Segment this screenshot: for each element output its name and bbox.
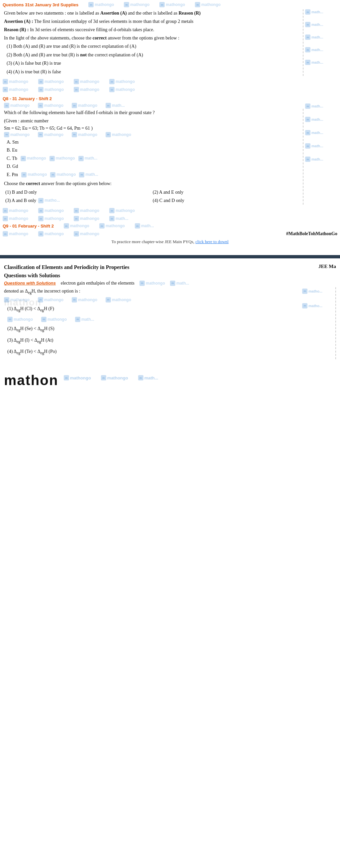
rwm1: mmath... [305,9,340,14]
mathon-overlay-wm: mmathongo mmathongo mmath... [64,375,159,380]
wm-logo-m3: m [74,79,79,84]
q8-rwm4: mmath... [305,143,340,149]
download-link[interactable]: click here to downl [195,239,228,244]
wm-logo-m2: m [38,79,44,84]
q8-atomic-row: Sm = 62; Eu = 63; Tb = 65; Gd = 64, Pm =… [4,126,300,131]
b-rwm1: mmatho... [302,288,339,294]
bottom-section: Classification of Elements and Periodici… [0,258,340,561]
wm-logo-m1: m [3,79,8,84]
bwm-r1a-logo: m [4,297,9,303]
q8-wm-logo4: m [106,103,111,108]
q-denoted-text: denoted as ΔegH, the incorrect option is… [4,287,301,296]
q9-wm-r3: mmathongo [74,231,99,237]
q8-wm-e2-logo: m [50,172,55,178]
wm-row-mid2: mmathongo mmathongo mmathongo mmathongo [0,86,340,94]
q8-main-text: Which of the following elements have hal… [4,109,300,117]
wm-aq8-3: mmathongo [74,208,99,213]
wm-aq8b-4-logo: m [109,216,115,221]
mathon-brand-area: mathon mmathongo mmathongo mmath... [4,372,336,389]
mathon-wm2: mmathongo [101,375,128,380]
q8-wm-r2d: mmathongo [106,132,131,137]
page-wrapper: Questions 31st January 3rd Supplies mmat… [0,0,340,561]
right-wm-col: mmath... mmath... mmath... mmath... mmat… [305,8,340,65]
q9-header-row: Q9 - 01 February - Shift 2 mmathongo mma… [0,222,340,230]
q8-atomic-values: Sm = 62; Eu = 63; Tb = 65; Gd = 64, Pm =… [4,126,93,131]
b-opt1: (1) ΔegH (Cl) < ΔegH (F) [7,305,301,314]
bwm-r1d-logo: m [106,297,111,303]
rwm-logo5: m [305,60,310,65]
q8-rwm-logo5: m [305,157,310,162]
q-text-container: denoted as ΔegH, the incorrect option is… [4,287,301,296]
wm-logo-m4: m [109,79,115,84]
q8-optD: D. Gd [7,162,300,171]
page-title-right: JEE Ma [318,264,336,269]
bwm1-logo: m [139,281,145,286]
q7-opt3: (3) (A) is false but (R) is true [7,59,300,68]
q8-element-opts: A. Sm B. Eu C. Tb mmathongo mmathongo mm… [4,138,300,179]
q8-wm-logo3: m [72,103,77,108]
wm-m3: mmathongo [74,79,99,84]
bwm-r1c: mmathongo [72,297,97,303]
q8-wm3: mmathongo [72,103,97,108]
bottom-options: (1) ΔegH (Cl) < ΔegH (F) mmathongo mmath… [4,304,301,360]
bottom-q-inner: mathon denoted as ΔegH, the incorrect op… [4,287,336,360]
rwm2: mmath... [305,22,340,27]
wm-aq8-4-logo: m [109,208,115,213]
bwm-r1d: mmathongo [106,297,131,303]
wm-m8: mmathongo [109,87,135,92]
mathon-wm3-logo: m [138,375,143,380]
mathon-wm3: mmath... [138,375,159,380]
q9-wm3: mmath... [135,223,154,228]
wm-logo-m6: m [38,87,44,92]
q8-rwm-logo2: m [305,117,310,122]
q7-content: mmath... mmath... mmath... mmath... mmat… [0,8,340,78]
b-opt3: (3) ΔegH (I) < ΔegH (At) [7,336,301,345]
q8-optE-row: E. Pm mmathongo mmathongo mmath... [7,171,300,179]
q8-rwm-logo1: m [305,103,310,109]
q8-rwm1: mmath... [305,103,340,109]
hashtag-text: #MathBoleTohMathonGo [286,231,337,237]
q8-optB: B. Eu [7,146,300,155]
q7-header-label: Questions 31st January 3rd Supplies [3,2,78,7]
q8-wm-ans3: mmatho... [38,197,60,204]
wm-aq8b-4: mmath... [109,216,129,221]
q8-wm-e2: mmathongo [50,171,76,178]
q8-wm-c3-logo: m [78,156,84,161]
download-text: To practice more chapter-wise JEE Main P… [112,239,195,244]
wm-m1: mmathongo [3,79,28,84]
wm-aq8-1: mmathongo [3,208,28,213]
q8-content: mmath... mmath... mmath... mmath... mmat… [0,102,340,206]
wm-aq8b-1-logo: m [3,216,8,221]
q8-header-row: Q8 - 31 January - Shift 2 [0,94,340,102]
q7-intro-text: Given below are two statements : one is … [4,9,300,17]
q8-ans1-row: (1) B and D only [5,188,153,197]
download-row: To practice more chapter-wise JEE Main P… [0,238,340,248]
wm-aq8-2-logo: m [38,208,44,213]
q8-wm-r2a-logo: m [4,132,9,137]
q7-choose-text: In the light of the above statements, ch… [4,34,300,42]
q9-wm3-logo: m [135,223,140,228]
b-opt4: (4) ΔegH (Te) < ΔegH (Po) [7,347,56,356]
q9-header-label: Q9 - 01 February - Shift 2 [3,223,54,228]
wm-aq8b-3-logo: m [74,216,79,221]
top-section: Questions 31st January 3rd Supplies mmat… [0,0,340,255]
mathon-overlay-area: mathon denoted as ΔegH, the incorrect op… [4,287,301,296]
mathon-wm2-logo: m [101,375,106,380]
q9-wm1: mmathongo [64,223,89,228]
bwm-r1a: mmathongo [4,297,30,303]
q8-optC-row: C. Tb mmathongo mmathongo mmath... [7,155,300,163]
wm-row-mid1: mmathongo mmathongo mmathongo mmathongo [0,78,340,86]
bwm-r1b-logo: m [38,297,43,303]
qs-text-part: electron gain enthalpies of the elements [61,281,135,286]
wm-aq8-3-logo: m [74,208,79,213]
questions-label-row: Questions with Solutions electron gain e… [4,281,336,286]
q9-wm2: mmathongo [99,223,125,228]
q9-wm-r1-logo: m [3,231,8,237]
q8-wm-logo2: m [38,103,43,108]
wm-logo: m [88,2,94,7]
q8-wm-c2-logo: m [50,156,55,161]
wm-aq8-1-logo: m [3,208,8,213]
wm-m7: mmathongo [74,87,99,92]
q8-right-wm: mmath... mmath... mmath... mmath... mmat… [305,102,340,162]
q8-wm-e3: mmath... [79,171,98,178]
